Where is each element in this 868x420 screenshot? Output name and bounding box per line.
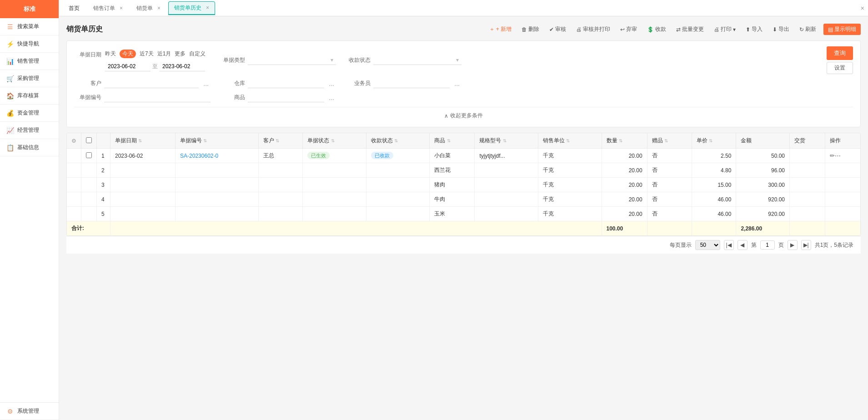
collapse-button[interactable]: ∧ 收起更多条件 [442, 110, 485, 121]
sidebar-item-sys-mgmt[interactable]: ⚙ 系统管理 [0, 403, 59, 420]
date-btn-custom[interactable]: 自定义 [189, 50, 206, 58]
checkbox-cell[interactable] [81, 163, 97, 178]
col-goods[interactable]: 商品 ⇅ [430, 133, 475, 149]
next-page-button[interactable]: ▶ [788, 240, 798, 250]
checkbox-cell[interactable] [81, 192, 97, 207]
qty-cell: 20.00 [602, 192, 647, 207]
goods-input[interactable] [248, 93, 324, 102]
sidebar-item-purchase-mgmt[interactable]: 🛒 采购管理 [0, 70, 59, 87]
prev-page-button[interactable]: ◀ [738, 240, 748, 250]
customer-ellipsis[interactable]: ... [201, 80, 211, 87]
warehouse-input[interactable] [248, 79, 324, 88]
customer-input[interactable] [104, 79, 199, 88]
date-btn-1month[interactable]: 近1月 [157, 50, 171, 58]
tab-sales-delivery-close[interactable]: × [157, 5, 161, 11]
warehouse-ellipsis[interactable]: ... [327, 80, 336, 87]
page-suffix: 页 [778, 241, 784, 249]
sort-goods-icon[interactable]: ⇅ [447, 138, 451, 143]
col-price[interactable]: 单价 ⇅ [692, 133, 736, 149]
col-spec[interactable]: 规格型号 ⇅ [475, 133, 538, 149]
filter-settings-button[interactable]: 设置 [827, 62, 853, 74]
sidebar-item-finance[interactable]: 💰 资金管理 [0, 105, 59, 122]
sidebar-item-base-info[interactable]: 📋 基础信息 [0, 139, 59, 156]
sidebar-item-inventory[interactable]: 🏠 库存核算 [0, 87, 59, 105]
sort-doc-date-icon[interactable]: ⇅ [138, 138, 142, 143]
sort-spec-icon[interactable]: ⇅ [503, 138, 507, 143]
tab-sales-history-label: 销货单历史 [174, 4, 201, 12]
col-qty[interactable]: 数量 ⇅ [602, 133, 647, 149]
col-pay-status[interactable]: 收款状态 ⇅ [366, 133, 430, 149]
filter-warehouse: 仓库 ... [218, 79, 336, 88]
batch-change-button[interactable]: ⇄ 批量变更 [673, 24, 707, 35]
table-body: 12023-06-02SA-20230602-0王总已生效已收款小白菜tyjyt… [67, 149, 860, 221]
sort-customer-icon[interactable]: ⇅ [276, 138, 279, 143]
tab-sales-history[interactable]: 销货单历史 × [168, 1, 215, 15]
page-size-select[interactable]: 20 50 100 [695, 240, 720, 250]
sidebar-item-operations[interactable]: 📈 经营管理 [0, 122, 59, 139]
audit-button[interactable]: ✔ 审核 [547, 24, 569, 35]
import-button[interactable]: ⬆ 导入 [743, 24, 765, 35]
tab-sales-history-close[interactable]: × [206, 5, 209, 11]
sort-doc-status-icon[interactable]: ⇅ [331, 138, 335, 143]
salesperson-input[interactable] [373, 79, 450, 88]
tab-sales-order-close[interactable]: × [120, 5, 123, 11]
sort-pay-status-icon[interactable]: ⇅ [394, 138, 398, 143]
edit-action-icon[interactable]: ✏ [830, 152, 835, 159]
tab-sales-order[interactable]: 销售订单 × [87, 1, 129, 15]
page-input[interactable] [760, 240, 775, 250]
date-btn-7days[interactable]: 近7天 [140, 50, 154, 58]
date-btn-more[interactable]: 更多 [175, 50, 186, 58]
tab-close-all[interactable]: × [861, 5, 864, 12]
query-button[interactable]: 查询 [827, 46, 853, 60]
col-doc-date[interactable]: 单据日期 ⇅ [110, 133, 176, 149]
checkbox-cell[interactable] [81, 178, 97, 192]
sidebar-item-sales-mgmt[interactable]: 📊 销售管理 [0, 53, 59, 70]
col-customer[interactable]: 客户 ⇅ [258, 133, 303, 149]
first-page-button[interactable]: |◀ [724, 240, 734, 250]
goods-ellipsis[interactable]: ... [327, 94, 336, 101]
col-checkbox[interactable] [81, 133, 97, 149]
salesperson-ellipsis[interactable]: ... [452, 80, 462, 87]
sort-unit-icon[interactable]: ⇅ [566, 138, 570, 143]
col-doc-no[interactable]: 单据编号 ⇅ [176, 133, 258, 149]
tab-home[interactable]: 首页 [63, 1, 85, 15]
doc-type-select[interactable]: ▾ [248, 55, 336, 65]
goods-cell: 西兰花 [430, 163, 475, 178]
new-button[interactable]: ＋ + 新增 [487, 24, 514, 35]
abandon-button[interactable]: ↩ 弃审 [617, 24, 640, 35]
payment-status-select[interactable]: ▾ [373, 55, 462, 65]
refresh-button[interactable]: ↻ 刷新 [797, 24, 819, 35]
summary-trade-empty [790, 221, 825, 236]
unit-cell: 千克 [538, 149, 602, 163]
select-all-checkbox[interactable] [86, 137, 92, 143]
sidebar-item-search-menu[interactable]: ☰ 搜索菜单 [0, 18, 59, 35]
col-doc-status[interactable]: 单据状态 ⇅ [303, 133, 366, 149]
col-gift[interactable]: 赠品 ⇅ [647, 133, 692, 149]
checkbox-cell[interactable] [81, 149, 97, 163]
date-to-input[interactable] [160, 62, 205, 71]
show-detail-button[interactable]: ▤ 显示明细 [823, 24, 861, 35]
last-page-button[interactable]: ▶| [801, 240, 811, 250]
sidebar-item-quick-nav[interactable]: ⚡ 快捷导航 [0, 35, 59, 53]
sidebar-item-label: 系统管理 [17, 407, 39, 415]
audit-print-button[interactable]: 🖨 审核并打印 [573, 24, 613, 35]
doc-no-link[interactable]: SA-20230602-0 [180, 153, 218, 159]
date-btn-today[interactable]: 今天 [120, 50, 136, 58]
more-action-icon[interactable]: ⋯ [835, 152, 841, 159]
date-btn-yesterday[interactable]: 昨天 [105, 50, 116, 58]
col-settings[interactable]: ⚙ [67, 133, 81, 149]
tab-sales-delivery[interactable]: 销货单 × [130, 1, 166, 15]
checkbox-cell[interactable] [81, 207, 97, 221]
sort-gift-icon[interactable]: ⇅ [664, 138, 668, 143]
sort-doc-no-icon[interactable]: ⇅ [203, 138, 207, 143]
row-checkbox[interactable] [86, 152, 92, 158]
export-button[interactable]: ⬇ 导出 [770, 24, 792, 35]
delete-button[interactable]: 🗑 删除 [519, 24, 542, 35]
sort-price-icon[interactable]: ⇅ [709, 138, 712, 143]
date-from-input[interactable] [105, 62, 151, 71]
print-button[interactable]: 🖨 打印 ▾ [711, 24, 738, 35]
sort-qty-icon[interactable]: ⇅ [619, 138, 622, 143]
doc-no-input[interactable] [104, 93, 211, 102]
col-unit[interactable]: 销售单位 ⇅ [538, 133, 602, 149]
collect-button[interactable]: 💲 收款 [644, 24, 669, 35]
